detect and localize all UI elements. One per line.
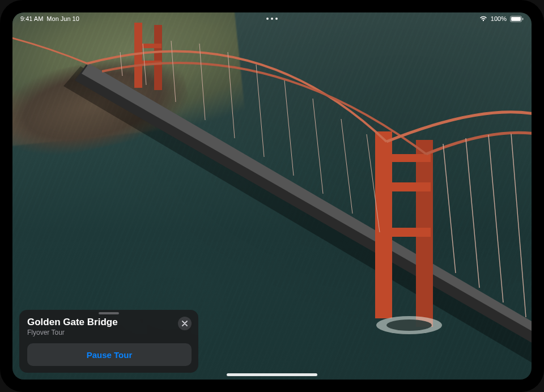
svg-line-27: [511, 134, 526, 317]
svg-line-24: [443, 144, 456, 273]
svg-line-20: [284, 80, 294, 176]
svg-rect-30: [522, 18, 524, 20]
svg-point-13: [386, 319, 432, 331]
svg-line-19: [256, 65, 264, 157]
svg-line-17: [199, 44, 205, 120]
card-grabber-icon[interactable]: [99, 312, 119, 314]
home-indicator[interactable]: [227, 373, 317, 376]
battery-percent: 100%: [491, 15, 507, 22]
battery-icon: [510, 16, 524, 22]
status-date: Mon Jun 10: [46, 15, 79, 22]
multitask-dots-icon[interactable]: [266, 18, 278, 20]
svg-rect-10: [380, 228, 431, 237]
screen[interactable]: 9:41 AM Mon Jun 10 100% Golden Ga: [12, 12, 532, 380]
card-title: Golden Gate Bridge: [27, 317, 118, 328]
pause-tour-label: Pause Tour: [87, 350, 133, 360]
ipad-device-frame: 9:41 AM Mon Jun 10 100% Golden Ga: [0, 0, 544, 392]
svg-rect-5: [136, 44, 162, 48]
svg-marker-2: [82, 63, 532, 331]
svg-line-21: [313, 99, 323, 194]
wifi-icon: [479, 16, 487, 22]
svg-line-18: [228, 52, 235, 138]
status-time: 9:41 AM: [20, 15, 43, 22]
svg-line-22: [341, 119, 352, 214]
svg-rect-9: [380, 182, 431, 191]
status-bar: 9:41 AM Mon Jun 10 100%: [12, 12, 532, 25]
svg-rect-29: [511, 17, 521, 21]
flyover-card[interactable]: Golden Gate Bridge Flyover Tour Pause To…: [19, 310, 198, 373]
card-subtitle: Flyover Tour: [27, 329, 118, 336]
close-button[interactable]: [178, 317, 192, 330]
close-icon: [182, 318, 188, 329]
svg-line-26: [488, 135, 503, 302]
svg-rect-4: [154, 25, 162, 90]
svg-rect-11: [380, 154, 431, 162]
svg-rect-3: [134, 23, 142, 88]
svg-line-25: [466, 138, 479, 288]
pause-tour-button[interactable]: Pause Tour: [27, 343, 192, 366]
svg-line-16: [171, 41, 176, 102]
